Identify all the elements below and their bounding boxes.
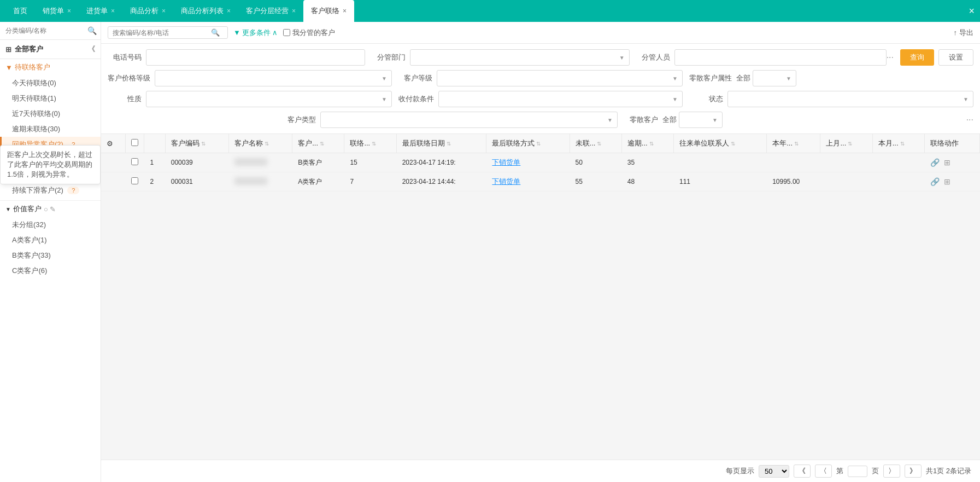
filter-payment-select[interactable]: ▼ <box>438 91 683 107</box>
per-page-select[interactable]: 50 20 100 <box>759 465 789 478</box>
close-customer-tier-icon[interactable]: × <box>292 7 296 15</box>
filter-dept-select[interactable]: ▼ <box>410 49 629 66</box>
row1-this-year <box>767 153 820 172</box>
sidebar-item-today-contact[interactable]: 今天待联络(0) <box>0 76 101 91</box>
prev-page-button[interactable]: 〈 <box>815 464 832 478</box>
row1-grid-action-icon[interactable]: ⊞ <box>944 158 950 167</box>
close-sales-icon[interactable]: × <box>67 7 71 15</box>
sidebar-search-icon[interactable]: 🔍 <box>87 26 97 35</box>
row1-contact-count: 15 <box>344 153 396 172</box>
sidebar-collapse-button[interactable]: 《 <box>88 44 95 54</box>
sidebar-group-pending-contact[interactable]: ▼ 待联络客户 <box>0 59 101 76</box>
sidebar-item-7days-contact[interactable]: 近7天待联络(0) <box>0 106 101 121</box>
row1-select-checkbox[interactable] <box>131 158 138 165</box>
sidebar-item-ungrouped[interactable]: 未分组(32) <box>0 217 101 233</box>
more-filters-button[interactable]: ··· <box>966 115 973 125</box>
row1-no-contact: 50 <box>570 153 621 172</box>
sidebar-search-bar: 🔍 <box>0 22 101 40</box>
table-settings-icon[interactable]: ⚙ <box>107 140 113 148</box>
row1-link-action-icon[interactable]: 🔗 <box>930 158 940 167</box>
col-code[interactable]: 客户编码⇅ <box>165 134 228 153</box>
nav-item-purchase[interactable]: 进货单 × <box>79 0 122 22</box>
col-contact-count[interactable]: 联络...⇅ <box>344 134 396 153</box>
close-product-analysis-icon[interactable]: × <box>162 7 166 15</box>
sidebar-item-overdue-contact[interactable]: 逾期未联络(30) <box>0 121 101 137</box>
sidebar-search-input[interactable] <box>5 27 87 34</box>
filter-customer-type-select[interactable]: ▼ <box>320 112 618 128</box>
sidebar-item-tomorrow-contact[interactable]: 明天待联络(1) <box>0 91 101 106</box>
nav-item-product-analysis[interactable]: 商品分析 × <box>122 0 173 22</box>
last-page-button[interactable]: 》 <box>905 464 922 478</box>
row2-last-method[interactable]: 下销货单 <box>486 172 570 191</box>
sidebar-item-class-a[interactable]: A类客户(1) <box>0 233 101 248</box>
col-overdue[interactable]: 逾期...⇅ <box>621 134 673 153</box>
row2-last-method-link[interactable]: 下销货单 <box>492 177 520 185</box>
select-all-checkbox[interactable] <box>131 139 138 146</box>
nav-item-home[interactable]: 首页 <box>5 0 35 22</box>
col-settings[interactable]: ⚙ <box>101 134 126 153</box>
row1-actions: 🔗 ⊞ <box>924 153 979 172</box>
filter-nature-select[interactable]: ▼ <box>146 91 392 107</box>
filter-manager-select[interactable] <box>674 49 887 66</box>
filter-status-select[interactable]: ▼ <box>727 91 973 107</box>
search-input[interactable] <box>113 29 211 37</box>
filter-retail-attr-select[interactable]: ▼ <box>753 70 796 86</box>
page-input[interactable]: 1 <box>848 466 867 477</box>
filter-retail-customer-select[interactable]: ▼ <box>679 112 723 128</box>
close-all-tabs-button[interactable]: × <box>969 5 975 17</box>
value-group-edit-icon[interactable]: ○ ✎ <box>44 205 56 213</box>
row2-overdue: 48 <box>621 172 673 191</box>
nav-item-customer-tier[interactable]: 客户分层经营 × <box>238 0 303 22</box>
filter-customer-tier-select[interactable]: ▼ <box>437 70 683 86</box>
row2-select-checkbox[interactable] <box>131 177 138 184</box>
col-last-method[interactable]: 最后联络方式⇅ <box>486 134 570 153</box>
col-unit-contact[interactable]: 往来单位联系人⇅ <box>674 134 767 153</box>
abnormal-tooltip: 距客户上次交易时长，超过了此客户的平均交易周期的1.5倍，则视为异常。 <box>0 145 101 184</box>
filter-manager-label: 分管人员 <box>636 53 674 62</box>
more-conditions-button[interactable]: ▼ 更多条件 ∧ <box>233 28 278 38</box>
col-name[interactable]: 客户名称⇅ <box>228 134 292 153</box>
row2-index: 2 <box>144 172 165 191</box>
no-contact-sort-icon: ⇅ <box>597 141 601 147</box>
first-page-button[interactable]: 《 <box>794 464 811 478</box>
row2-link-action-icon[interactable]: 🔗 <box>930 177 940 186</box>
my-customers-checkbox[interactable]: 我分管的客户 <box>283 28 335 38</box>
row1-last-method[interactable]: 下销货单 <box>486 153 570 172</box>
settings-button[interactable]: 设置 <box>938 49 973 66</box>
row2-last-month <box>820 172 872 191</box>
filter-phone-input[interactable] <box>146 49 365 66</box>
close-purchase-icon[interactable]: × <box>111 7 115 15</box>
row1-index: 1 <box>144 153 165 172</box>
sidebar-value-customers-header[interactable]: ▼ 价值客户 ○ ✎ <box>0 200 101 217</box>
filter-icon: ▼ <box>233 28 240 37</box>
sidebar-item-declining[interactable]: 持续下滑客户(2) ? <box>0 183 101 198</box>
col-action: 联络动作 <box>924 134 979 153</box>
col-last-date[interactable]: 最后联络日期⇅ <box>396 134 486 153</box>
col-customer-type[interactable]: 客户...⇅ <box>292 134 344 153</box>
nav-item-sales[interactable]: 销货单 × <box>35 0 79 22</box>
close-product-list-icon[interactable]: × <box>227 7 231 15</box>
my-customers-check[interactable] <box>283 29 290 36</box>
nav-item-customer-contact[interactable]: 客户联络 × <box>303 0 354 22</box>
col-no-contact[interactable]: 未联...⇅ <box>570 134 621 153</box>
row1-last-method-link[interactable]: 下销货单 <box>492 158 520 166</box>
col-this-month[interactable]: 本月...⇅ <box>872 134 924 153</box>
row2-grid-action-icon[interactable]: ⊞ <box>944 177 950 186</box>
col-last-month[interactable]: 上月...⇅ <box>820 134 872 153</box>
next-page-button[interactable]: 〉 <box>883 464 900 478</box>
close-customer-contact-icon[interactable]: × <box>343 7 347 15</box>
right-content: 🔍 ▼ 更多条件 ∧ 我分管的客户 ↑ 导出 电话号码 <box>101 22 980 482</box>
filter-price-tier-select[interactable]: ▼ <box>155 70 392 86</box>
search-button[interactable]: 🔍 <box>211 28 220 37</box>
ctype-sort-icon: ⇅ <box>320 141 324 147</box>
nav-item-product-list[interactable]: 商品分析列表 × <box>173 0 238 22</box>
sidebar-item-class-b[interactable]: B类客户(33) <box>0 248 101 263</box>
query-button[interactable]: 查询 <box>900 49 934 66</box>
export-button[interactable]: ↑ 导出 <box>954 28 974 38</box>
filter-status-field: 状态 ▼ <box>689 91 973 107</box>
manager-more-icon[interactable]: ··· <box>887 53 894 62</box>
sidebar-item-class-c[interactable]: C类客户(6) <box>0 263 101 278</box>
col-this-year[interactable]: 本年...⇅ <box>767 134 820 153</box>
declining-help-badge[interactable]: ? <box>67 187 79 194</box>
retail-attr-arrow-icon: ▼ <box>786 76 791 82</box>
